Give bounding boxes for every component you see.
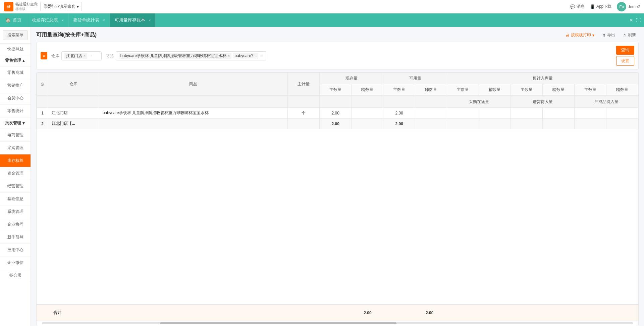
product-tag1-remove[interactable]: × <box>228 54 230 58</box>
product-more-btn[interactable]: ··· <box>260 53 263 58</box>
print-label: 按模板打印 <box>571 32 591 38</box>
warehouse-tag: 江北门店 × <box>64 53 87 59</box>
td-row1-product: babycare学饮杯 儿童防摔防撞吸管杯重力球吸嘴杯宝宝水杯 <box>99 108 288 119</box>
app-download-btn[interactable]: 📱 App下载 <box>590 4 611 9</box>
tab-order-stats[interactable]: 要货单统计表 × <box>68 13 110 27</box>
sidebar-item-marketing[interactable]: 营销推广 <box>0 79 31 92</box>
sidebar-item-retail-stats[interactable]: 零售统计 <box>0 105 31 118</box>
chevron-down-icon: ▾ <box>77 4 79 9</box>
th-sub-avail-main <box>383 96 415 108</box>
tab-available-stock[interactable]: 可用量库存账本 × <box>110 13 156 27</box>
industry-selector[interactable]: 母婴行业演示账套 ▾ <box>40 2 82 11</box>
sidebar-item-retail-mall[interactable]: 零售商城 <box>0 66 31 79</box>
scroll-thumb[interactable] <box>160 322 396 324</box>
td-row2-avail-main: 2.00 <box>383 119 415 129</box>
th-sub-product-spacer <box>99 96 288 108</box>
th-current-stock: 现存量 <box>320 73 383 84</box>
tab-order-stats-label: 要货单统计表 <box>73 17 99 23</box>
window-expand-btn[interactable]: ⛶ <box>636 17 641 23</box>
sidebar-item-app-center[interactable]: 应用中心 <box>0 244 31 257</box>
td-row2-curr-aux <box>352 119 383 129</box>
product-tag2-text: babycare?... <box>234 53 257 58</box>
sidebar-item-ecommerce[interactable]: 电商管理 <box>0 129 31 142</box>
top-bar-right: 💬 消息 📱 App下载 Ea demo2 <box>570 2 640 11</box>
th-settings[interactable]: ⚙ <box>37 73 48 96</box>
filter-settings-btn[interactable]: 设置 <box>616 56 634 66</box>
tab-available-stock-close[interactable]: × <box>149 18 151 22</box>
logo-text: 畅捷通好生意 <box>15 2 38 7</box>
query-btn[interactable]: 查询 <box>616 46 634 55</box>
messages-btn[interactable]: 💬 消息 <box>570 4 585 9</box>
th-product: 商品 <box>99 73 288 96</box>
td-row1-purchase-aux <box>479 108 511 119</box>
sidebar-item-retail-mgmt[interactable]: 零售管理 ▲ <box>0 55 31 66</box>
th-main-unit: 主计量 <box>288 73 320 96</box>
td-row2-index: 2 <box>37 119 48 129</box>
td-row2-purchase-main <box>447 119 479 129</box>
footer-p5 <box>581 308 608 318</box>
product-tag1-text: babycare学饮杯 儿童防摔防撞吸管杯重力球吸嘴杯宝宝水杯 <box>120 53 227 59</box>
quick-nav-btn[interactable]: 快捷导航 <box>0 44 31 55</box>
th-sub-settings-spacer <box>37 96 48 108</box>
td-row2-product-aux <box>606 119 638 129</box>
filter-action-btns: 查询 设置 <box>616 46 634 66</box>
sidebar-item-member-center-label: 会员中心 <box>7 95 23 101</box>
sidebar-item-business-mgmt[interactable]: 经营管理 <box>0 180 31 193</box>
product-input[interactable]: babycare学饮杯 儿童防摔防撞吸管杯重力球吸嘴杯宝宝水杯 × babyca… <box>116 51 266 60</box>
sidebar-item-enterprise-collab[interactable]: 企业协同 <box>0 218 31 231</box>
sidebar-item-new-guide[interactable]: 新手引导 <box>0 231 31 244</box>
footer-product-spacer <box>90 308 333 318</box>
sidebar-item-finance-mgmt[interactable]: 资金管理 <box>0 167 31 180</box>
footer-p2 <box>501 308 528 318</box>
td-row1-curr-main: 2.00 <box>320 108 352 119</box>
refresh-label: 刷新 <box>628 32 636 38</box>
warehouse-more-btn[interactable]: ··· <box>89 53 92 58</box>
search-menu-btn[interactable]: 搜索菜单 <box>3 30 28 40</box>
export-btn[interactable]: ⬆ 导出 <box>600 31 618 39</box>
th-sub-curr-main <box>320 96 352 108</box>
th-available: 可用量 <box>383 73 447 84</box>
sidebar-item-system-mgmt[interactable]: 系统管理 <box>0 205 31 218</box>
sidebar-search-area: 搜索菜单 <box>0 27 31 44</box>
sidebar-item-enterprise-wechat[interactable]: 企业微信 <box>0 257 31 269</box>
filter-toggle-btn[interactable]: » <box>41 52 47 59</box>
horizontal-scrollbar[interactable] <box>37 321 638 326</box>
sidebar-item-purchase-mgmt-label: 采购管理 <box>7 145 23 151</box>
warehouse-input[interactable]: 江北门店 × ··· <box>61 51 102 60</box>
export-icon: ⬆ <box>602 33 606 38</box>
tab-receipt-summary-close[interactable]: × <box>61 18 63 22</box>
print-btn[interactable]: 🖨 按模板打印 ▾ <box>563 31 597 39</box>
industry-label: 母婴行业演示账套 <box>43 4 75 9</box>
footer-p3 <box>528 308 554 318</box>
tab-order-stats-close[interactable]: × <box>103 18 105 22</box>
td-row2-purchase-aux <box>479 119 511 129</box>
sidebar-item-basic-info[interactable]: 基础信息 <box>0 193 31 205</box>
warehouse-label: 仓库 <box>51 53 59 59</box>
sidebar-item-new-guide-label: 新手引导 <box>7 234 23 240</box>
table-container: ⚙ 仓库 商品 主计量 现存量 可用量 预计入库量 主数量 辅数量 <box>36 72 639 326</box>
th-sub-unit-spacer <box>288 96 320 108</box>
sidebar-item-inventory-check[interactable]: 库存核算 <box>0 154 31 167</box>
th-sub-avail-aux <box>415 96 447 108</box>
td-row2-product-main <box>575 119 606 129</box>
warehouse-filter: 仓库 江北门店 × ··· <box>51 51 102 60</box>
chevron-down-icon: ▼ <box>22 121 26 126</box>
sidebar-item-member-vip[interactable]: 畅会员 <box>0 269 31 282</box>
sidebar-item-member-center[interactable]: 会员中心 <box>0 92 31 105</box>
content-area: 可用量查询(按仓库+商品) 🖨 按模板打印 ▾ ⬆ 导出 ↻ 刷新 » <box>31 27 644 326</box>
table-scroll-area[interactable]: ⚙ 仓库 商品 主计量 现存量 可用量 预计入库量 主数量 辅数量 <box>37 73 638 304</box>
printer-icon: 🖨 <box>566 33 570 38</box>
warehouse-remove-icon[interactable]: × <box>84 54 86 58</box>
td-row1-incoming-aux <box>543 108 575 119</box>
chevron-up-icon: ▲ <box>22 58 26 63</box>
tab-receipt-summary[interactable]: 收发存汇总表 × <box>27 13 68 27</box>
user-menu[interactable]: Ea demo2 <box>617 2 640 11</box>
td-row1-avail-main: 2.00 <box>383 108 415 119</box>
sidebar-item-wholesale-mgmt[interactable]: 批发管理 ▼ <box>0 118 31 129</box>
page-header: 可用量查询(按仓库+商品) 🖨 按模板打印 ▾ ⬆ 导出 ↻ 刷新 <box>31 27 644 42</box>
refresh-btn[interactable]: ↻ 刷新 <box>621 31 639 39</box>
sidebar-item-purchase-mgmt[interactable]: 采购管理 <box>0 142 31 154</box>
window-close-btn[interactable]: ✕ <box>629 17 633 23</box>
sidebar-item-business-mgmt-label: 经营管理 <box>7 183 23 189</box>
tab-home[interactable]: 🏠 首页 <box>0 13 27 27</box>
